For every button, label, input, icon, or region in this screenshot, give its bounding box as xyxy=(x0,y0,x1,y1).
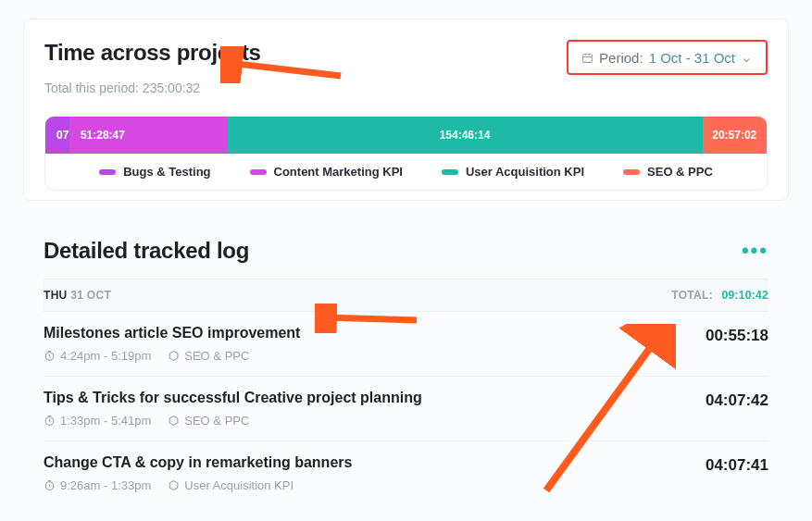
stacked-bar: 07:48:2851:28:47154:46:1420:57:02 xyxy=(45,117,767,154)
period-range: 1 Oct - 31 Oct xyxy=(649,50,735,66)
entry-title: Change CTA & copy in remarketing banners xyxy=(44,454,352,471)
detailed-title: Detailed tracked log xyxy=(44,238,249,264)
entry-duration: 04:07:42 xyxy=(706,390,768,410)
entry-duration: 00:55:18 xyxy=(706,325,768,345)
detailed-header: Detailed tracked log ••• xyxy=(44,238,768,264)
entry-duration: 04:07:41 xyxy=(706,454,768,475)
log-entries-list: Milestones article SEO improvement4:24pm… xyxy=(44,312,768,505)
legend-label: User Acquisition KPI xyxy=(466,165,584,179)
entry-title: Milestones article SEO improvement xyxy=(44,325,300,341)
log-entry[interactable]: Milestones article SEO improvement4:24pm… xyxy=(44,312,768,377)
entry-project: SEO & PPC xyxy=(168,414,249,428)
entry-left: Change CTA & copy in remarketing banners… xyxy=(44,454,352,492)
legend-item[interactable]: Bugs & Testing xyxy=(99,165,210,179)
calendar-icon xyxy=(581,52,593,64)
legend-item[interactable]: User Acquisition KPI xyxy=(442,165,584,179)
legend-label: SEO & PPC xyxy=(647,165,713,179)
bar-segment[interactable]: 20:57:02 xyxy=(703,117,767,154)
chart-legend: Bugs & TestingContent Marketing KPIUser … xyxy=(45,154,767,190)
bar-segment[interactable]: 154:46:14 xyxy=(228,117,703,154)
chevron-down-icon: ⌄ xyxy=(741,49,753,66)
day-date: THU 31 OCT xyxy=(44,289,111,302)
card-header: Time across projects Period: 1 Oct - 31 … xyxy=(44,40,768,75)
period-label: Period: xyxy=(599,50,643,66)
legend-swatch xyxy=(250,169,267,175)
bar-segment[interactable]: 51:28:47 xyxy=(69,117,228,154)
page-title: Time across projects xyxy=(44,40,261,66)
title-block: Time across projects xyxy=(44,40,261,66)
detailed-log-section: Detailed tracked log ••• THU 31 OCT TOTA… xyxy=(23,238,789,505)
entry-project: User Acquisition KPI xyxy=(168,478,294,492)
time-across-projects-card: Time across projects Period: 1 Oct - 31 … xyxy=(23,19,789,201)
legend-item[interactable]: Content Marketing KPI xyxy=(250,165,403,179)
day-header-row: THU 31 OCT TOTAL: 09:10:42 xyxy=(44,279,768,312)
log-entry[interactable]: Tips & Tricks for successful Creative pr… xyxy=(44,377,768,441)
entry-meta: 9:26am - 1:33pmUser Acquisition KPI xyxy=(44,478,352,492)
entry-time-range: 4:24pm - 5:19pm xyxy=(44,349,151,363)
legend-swatch xyxy=(99,169,116,175)
stacked-bar-container: 07:48:2851:28:47154:46:1420:57:02 Bugs &… xyxy=(44,116,768,191)
entry-meta: 4:24pm - 5:19pmSEO & PPC xyxy=(44,349,300,363)
entry-left: Tips & Tricks for successful Creative pr… xyxy=(44,390,422,428)
legend-swatch xyxy=(442,169,458,175)
svg-rect-0 xyxy=(583,54,593,62)
entry-meta: 1:33pm - 5:41pmSEO & PPC xyxy=(44,414,422,428)
bar-segment[interactable]: 07:48:28 xyxy=(45,117,69,154)
log-entry[interactable]: Change CTA & copy in remarketing banners… xyxy=(44,441,768,505)
entry-left: Milestones article SEO improvement4:24pm… xyxy=(44,325,300,363)
more-actions-button[interactable]: ••• xyxy=(742,239,768,263)
entry-time-range: 1:33pm - 5:41pm xyxy=(44,414,151,428)
entry-time-range: 9:26am - 1:33pm xyxy=(44,478,151,492)
total-subtitle: Total this period: 235:00:32 xyxy=(44,81,768,95)
legend-item[interactable]: SEO & PPC xyxy=(623,165,713,179)
entry-project: SEO & PPC xyxy=(168,349,249,363)
legend-label: Bugs & Testing xyxy=(123,165,210,179)
entry-title: Tips & Tricks for successful Creative pr… xyxy=(44,390,422,406)
legend-swatch xyxy=(623,169,640,175)
period-selector[interactable]: Period: 1 Oct - 31 Oct ⌄ xyxy=(567,40,768,75)
day-total: TOTAL: 09:10:42 xyxy=(671,289,768,302)
legend-label: Content Marketing KPI xyxy=(274,165,403,179)
